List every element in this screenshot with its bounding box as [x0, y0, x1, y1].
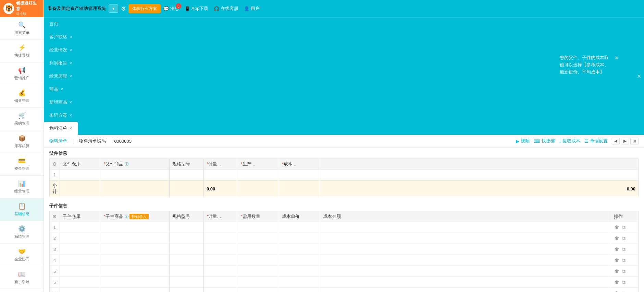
child-product-2[interactable]: [101, 233, 170, 244]
copy-icon-3[interactable]: ⧉: [622, 246, 626, 252]
experience-btn[interactable]: 体验行业方案: [128, 4, 161, 13]
sidebar-item-4[interactable]: 🛒 采购管理: [0, 108, 44, 130]
dropdown-btn[interactable]: ▾: [109, 4, 118, 13]
child-unit-6[interactable]: [204, 277, 238, 288]
single-settings-btn[interactable]: ☰ 单据设置: [584, 138, 608, 144]
child-warehouse-2[interactable]: [60, 233, 101, 244]
child-warehouse-5[interactable]: [60, 266, 101, 277]
close-all-tabs-btn[interactable]: ✕: [634, 73, 644, 80]
sidebar-item-9[interactable]: ⚙️ 系统管理: [0, 221, 44, 244]
child-amount-2[interactable]: [320, 233, 611, 244]
parent-product-cell[interactable]: [101, 170, 170, 180]
child-unit-4[interactable]: [204, 255, 238, 266]
nav-tab-0[interactable]: 首页: [44, 17, 78, 31]
child-amount-4[interactable]: [320, 255, 611, 266]
child-unitcost-6[interactable]: [279, 277, 320, 288]
child-qty-1[interactable]: [238, 222, 279, 233]
child-qty-4[interactable]: [238, 255, 279, 266]
parent-settings-icon[interactable]: ⚙: [52, 161, 57, 167]
nav-tab-2[interactable]: 经营情况✕: [44, 44, 78, 57]
child-unit-7[interactable]: [204, 288, 238, 292]
child-unitcost-4[interactable]: [279, 255, 320, 266]
nav-tab-3[interactable]: 利润报告✕: [44, 57, 78, 70]
message-btn[interactable]: 💬 消息 6: [163, 5, 179, 12]
child-qty-5[interactable]: [238, 266, 279, 277]
nav-tab-1[interactable]: 客户联络✕: [44, 31, 78, 44]
parent-production-cell[interactable]: [238, 170, 279, 180]
tab-close-3[interactable]: ✕: [69, 61, 72, 66]
tooltip-close-btn[interactable]: ✕: [615, 54, 619, 62]
child-spec-4[interactable]: [170, 255, 204, 266]
grid-view-btn[interactable]: ⊞: [630, 138, 639, 144]
child-unitcost-5[interactable]: [279, 266, 320, 277]
nav-tab-6[interactable]: 新增商品✕: [44, 96, 78, 109]
child-spec-1[interactable]: [170, 222, 204, 233]
child-unitcost-1[interactable]: [279, 222, 320, 233]
child-amount-6[interactable]: [320, 277, 611, 288]
delete-icon-4[interactable]: 🗑: [615, 257, 619, 263]
copy-icon-1[interactable]: ⧉: [622, 224, 626, 230]
child-qty-3[interactable]: [238, 244, 279, 255]
sidebar-item-1[interactable]: ⚡ 快捷导航: [0, 40, 44, 62]
view-btn[interactable]: ▶ 视频: [516, 138, 530, 144]
tab-close-4[interactable]: ✕: [69, 74, 72, 79]
delete-icon-5[interactable]: 🗑: [615, 268, 619, 274]
sidebar-item-11[interactable]: 📖 新手引导: [0, 266, 44, 289]
delete-icon-6[interactable]: 🗑: [615, 279, 619, 285]
tab-close-2[interactable]: ✕: [69, 48, 72, 52]
nav-tab-7[interactable]: 条码方案✕: [44, 109, 78, 122]
nav-tab-5[interactable]: 商品✕: [44, 83, 78, 96]
child-product-1[interactable]: [101, 222, 170, 233]
sidebar-item-2[interactable]: 📢 营销推广: [0, 62, 44, 85]
sidebar-item-8[interactable]: 📋 基础信息: [0, 198, 44, 221]
child-warehouse-1[interactable]: [60, 222, 101, 233]
sidebar-item-10[interactable]: 🤝 企业协同: [0, 244, 44, 266]
tab-close-6[interactable]: ✕: [69, 100, 72, 105]
extract-cost-btn[interactable]: ↓ 提取成本: [559, 138, 581, 144]
parent-unit-cell[interactable]: [204, 170, 238, 180]
delete-icon-3[interactable]: 🗑: [615, 246, 619, 252]
tab-close-1[interactable]: ✕: [69, 35, 72, 39]
tab-close-7[interactable]: ✕: [69, 113, 72, 118]
prev-page-btn[interactable]: ◀: [612, 138, 620, 144]
child-unit-3[interactable]: [204, 244, 238, 255]
child-settings-icon[interactable]: ⚙: [52, 214, 57, 219]
child-unitcost-7[interactable]: [279, 288, 320, 292]
child-product-4[interactable]: [101, 255, 170, 266]
child-amount-7[interactable]: [320, 288, 611, 292]
child-product-5[interactable]: [101, 266, 170, 277]
settings-gear-btn[interactable]: ⚙: [121, 5, 126, 12]
copy-icon-4[interactable]: ⧉: [622, 257, 626, 263]
sidebar-item-0[interactable]: 🔍 搜索菜单: [0, 17, 44, 40]
child-qty-2[interactable]: [238, 233, 279, 244]
child-warehouse-6[interactable]: [60, 277, 101, 288]
tab-close-5[interactable]: ✕: [60, 87, 63, 92]
child-product-3[interactable]: [101, 244, 170, 255]
sidebar-item-6[interactable]: 💳 资金管理: [0, 153, 44, 176]
child-unit-1[interactable]: [204, 222, 238, 233]
child-qty-7[interactable]: [238, 288, 279, 292]
child-unit-5[interactable]: [204, 266, 238, 277]
next-page-btn[interactable]: ▶: [621, 138, 629, 144]
delete-icon-2[interactable]: 🗑: [615, 235, 619, 241]
delete-icon-7[interactable]: 🗑: [615, 290, 619, 292]
child-spec-2[interactable]: [170, 233, 204, 244]
child-qty-6[interactable]: [238, 277, 279, 288]
scan-badge[interactable]: 扫码录入: [129, 214, 149, 219]
copy-icon-6[interactable]: ⧉: [622, 279, 626, 285]
child-amount-1[interactable]: [320, 222, 611, 233]
child-spec-3[interactable]: [170, 244, 204, 255]
shortcut-btn[interactable]: ⌨ 快捷键: [534, 138, 555, 144]
parent-cost-cell[interactable]: [279, 170, 320, 180]
user-btn[interactable]: 👤 用户: [244, 5, 260, 12]
nav-tab-4[interactable]: 经营历程✕: [44, 70, 78, 83]
child-amount-5[interactable]: [320, 266, 611, 277]
sidebar-item-5[interactable]: 📦 库存核算: [0, 130, 44, 153]
child-unit-2[interactable]: [204, 233, 238, 244]
child-spec-5[interactable]: [170, 266, 204, 277]
child-warehouse-3[interactable]: [60, 244, 101, 255]
online-service-btn[interactable]: 🎧 在线客服: [214, 5, 238, 12]
copy-icon-2[interactable]: ⧉: [622, 235, 626, 241]
sidebar-item-7[interactable]: 📊 经营管理: [0, 176, 44, 198]
nav-tab-8[interactable]: 物料清单✕: [44, 122, 78, 135]
